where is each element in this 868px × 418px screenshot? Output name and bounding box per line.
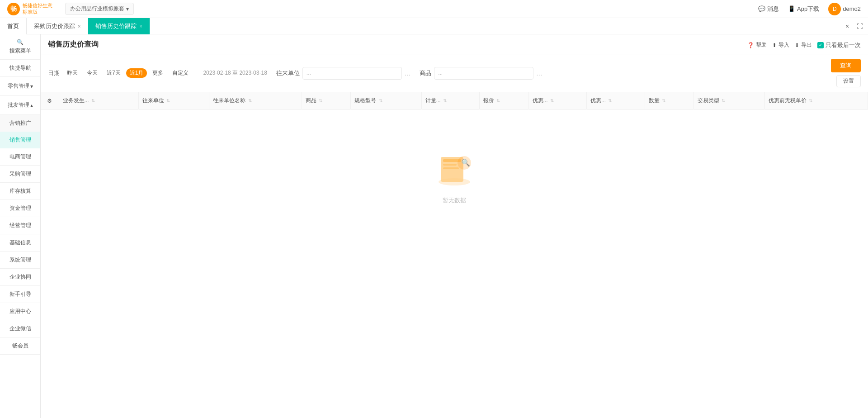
sidebar-item-inventory[interactable]: 库存核算 xyxy=(0,183,40,200)
date-range-display: 2023-02-18 至 2023-03-18 xyxy=(203,69,267,77)
sort-icon: ⇅ xyxy=(722,98,725,103)
goods-filter-group: 商品 ... xyxy=(420,67,542,80)
page-header: 销售历史价查询 ❓ 帮助 ⬆ 导入 ⬇ 导出 xyxy=(41,34,868,54)
date-btn-today[interactable]: 今天 xyxy=(83,68,101,78)
partner-input[interactable] xyxy=(302,67,402,80)
sidebar-item-system[interactable]: 系统管理 xyxy=(0,252,40,269)
tab-actions: × ⛶ xyxy=(843,22,868,31)
date-btn-more[interactable]: 更多 xyxy=(149,68,167,78)
tab-home[interactable]: 首页 xyxy=(0,18,27,34)
partner-picker-dots[interactable]: ... xyxy=(405,69,410,77)
date-quick-buttons: 昨天 今天 近7天 近1月 更多 自定义 xyxy=(63,68,192,78)
col-unit[interactable]: 计量... ⇅ xyxy=(421,92,480,109)
sidebar-item-basic-info[interactable]: 基础信息 xyxy=(0,234,40,252)
download-icon: 📱 xyxy=(788,5,795,12)
setting-button[interactable]: 设置 xyxy=(836,75,861,87)
table-settings-col[interactable]: ⚙ xyxy=(41,92,59,109)
sidebar-item-ecommerce[interactable]: 电商管理 xyxy=(0,148,40,166)
chevron-down-icon: ▾ xyxy=(126,6,129,12)
col-spec[interactable]: 规格型号 ⇅ xyxy=(351,92,421,109)
close-purchase-tab[interactable]: × xyxy=(78,24,80,29)
sort-icon: ⇅ xyxy=(319,98,322,103)
sidebar-item-purchase[interactable]: 采购管理 xyxy=(0,166,40,183)
avatar: D xyxy=(828,3,841,15)
col-discount2[interactable]: 优惠... ⇅ xyxy=(587,92,645,109)
sort-icon: ⇅ xyxy=(662,98,665,103)
empty-state: 🔍 暂无数据 xyxy=(41,109,868,241)
sidebar-item-app-center[interactable]: 应用中心 xyxy=(0,303,40,320)
data-table: ⚙ 业务发生... ⇅ 往来单位 ⇅ 往来单位名称 ⇅ xyxy=(41,92,868,109)
date-btn-1month[interactable]: 近1月 xyxy=(126,68,147,78)
query-button[interactable]: 查询 xyxy=(831,59,861,72)
col-goods[interactable]: 商品 ⇅ xyxy=(302,92,351,109)
help-button[interactable]: ❓ 帮助 xyxy=(747,41,767,49)
sort-icon: ⇅ xyxy=(248,98,252,103)
chevron-up-icon: ▴ xyxy=(30,102,33,109)
sidebar-item-wholesale[interactable]: 批发管理 ▴ xyxy=(0,96,40,115)
sidebar-item-member[interactable]: 畅会员 xyxy=(0,337,40,355)
partner-filter-label: 往来单位 xyxy=(276,69,300,77)
col-biz-date[interactable]: 业务发生... ⇅ xyxy=(59,92,138,109)
page-title: 销售历史价查询 xyxy=(48,40,99,49)
only-last-checkbox-label[interactable]: 只看最后一次 xyxy=(817,41,861,49)
logo-text: 畅捷信好生意 标准版 xyxy=(23,3,52,14)
col-pretax-price[interactable]: 优惠前无税单价 ⇅ xyxy=(764,92,868,109)
col-partner-code[interactable]: 往来单位 ⇅ xyxy=(138,92,209,109)
svg-rect-3 xyxy=(443,164,457,166)
col-quantity[interactable]: 数量 ⇅ xyxy=(645,92,694,109)
col-trade-type[interactable]: 交易类型 ⇅ xyxy=(694,92,764,109)
col-price[interactable]: 报价 ⇅ xyxy=(480,92,529,109)
import-button[interactable]: ⬆ 导入 xyxy=(772,41,789,49)
sidebar-item-sales-mgmt[interactable]: 销售管理 xyxy=(0,132,40,148)
goods-input[interactable] xyxy=(434,67,533,80)
only-last-checkbox[interactable] xyxy=(817,42,824,48)
svg-text:🔍: 🔍 xyxy=(461,158,470,167)
table-header-row: ⚙ 业务发生... ⇅ 往来单位 ⇅ 往来单位名称 ⇅ xyxy=(41,92,868,109)
empty-icon: 🔍 xyxy=(432,146,477,191)
sort-icon: ⇅ xyxy=(443,98,447,103)
sidebar-item-search[interactable]: 🔍 搜索菜单 xyxy=(0,34,40,60)
goods-filter-label: 商品 xyxy=(420,69,431,77)
export-icon: ⬇ xyxy=(795,42,799,48)
topbar-left: 畅 畅捷信好生意 标准版 办公用品行业模拟账套 ▾ xyxy=(7,3,134,15)
chevron-down-icon: ▾ xyxy=(30,83,33,90)
date-btn-yesterday[interactable]: 昨天 xyxy=(63,68,81,78)
export-button[interactable]: ⬇ 导出 xyxy=(795,41,812,49)
content-area: 销售历史价查询 ❓ 帮助 ⬆ 导入 ⬇ 导出 xyxy=(41,34,868,418)
sort-icon: ⇅ xyxy=(496,98,500,103)
message-button[interactable]: 💬 消息 xyxy=(758,5,779,13)
tabbar: 首页 采购历史价跟踪 × 销售历史价跟踪 × × ⛶ xyxy=(0,18,868,34)
sidebar-item-guide[interactable]: 新手引导 xyxy=(0,286,40,303)
import-icon: ⬆ xyxy=(772,42,777,48)
sort-icon: ⇅ xyxy=(550,98,554,103)
date-btn-custom[interactable]: 自定义 xyxy=(169,68,192,78)
sidebar-item-wechat[interactable]: 企业微信 xyxy=(0,320,40,337)
fullscreen-button[interactable]: ⛶ xyxy=(855,22,864,31)
sort-icon: ⇅ xyxy=(379,98,382,103)
svg-rect-4 xyxy=(443,167,459,169)
app-selector[interactable]: 办公用品行业模拟账套 ▾ xyxy=(65,3,134,15)
close-all-tabs-button[interactable]: × xyxy=(843,22,852,31)
goods-picker-dots[interactable]: ... xyxy=(536,69,542,77)
sort-icon: ⇅ xyxy=(91,98,95,103)
sidebar-item-retail[interactable]: 零售管理 ▾ xyxy=(0,77,40,96)
tab-purchase[interactable]: 采购历史价跟踪 × xyxy=(27,18,88,34)
sidebar-item-marketing[interactable]: 营销推广 xyxy=(0,115,40,132)
main-layout: 🔍 搜索菜单 快捷导航 零售管理 ▾ 批发管理 ▴ 营销推广 销售管理 电商管理… xyxy=(0,34,868,418)
sidebar-item-finance[interactable]: 资金管理 xyxy=(0,200,40,217)
sidebar-item-enterprise[interactable]: 企业协同 xyxy=(0,269,40,286)
date-btn-7days[interactable]: 近7天 xyxy=(103,68,124,78)
tab-sales[interactable]: 销售历史价跟踪 × xyxy=(88,18,150,34)
table-wrap: ⚙ 业务发生... ⇅ 往来单位 ⇅ 往来单位名称 ⇅ xyxy=(41,92,868,418)
help-icon: ❓ xyxy=(747,42,754,48)
col-partner-name[interactable]: 往来单位名称 ⇅ xyxy=(209,92,302,109)
app-download-button[interactable]: 📱 App下载 xyxy=(788,5,819,13)
col-discount1[interactable]: 优惠... ⇅ xyxy=(528,92,587,109)
user-menu[interactable]: D demo2 xyxy=(828,3,861,15)
sidebar: 🔍 搜索菜单 快捷导航 零售管理 ▾ 批发管理 ▴ 营销推广 销售管理 电商管理… xyxy=(0,34,41,418)
logo-area: 畅 畅捷信好生意 标准版 xyxy=(7,3,52,15)
sort-icon: ⇅ xyxy=(809,98,812,103)
close-sales-tab[interactable]: × xyxy=(139,24,142,29)
sidebar-item-operation[interactable]: 经营管理 xyxy=(0,217,40,234)
sidebar-item-shortcut[interactable]: 快捷导航 xyxy=(0,60,40,77)
